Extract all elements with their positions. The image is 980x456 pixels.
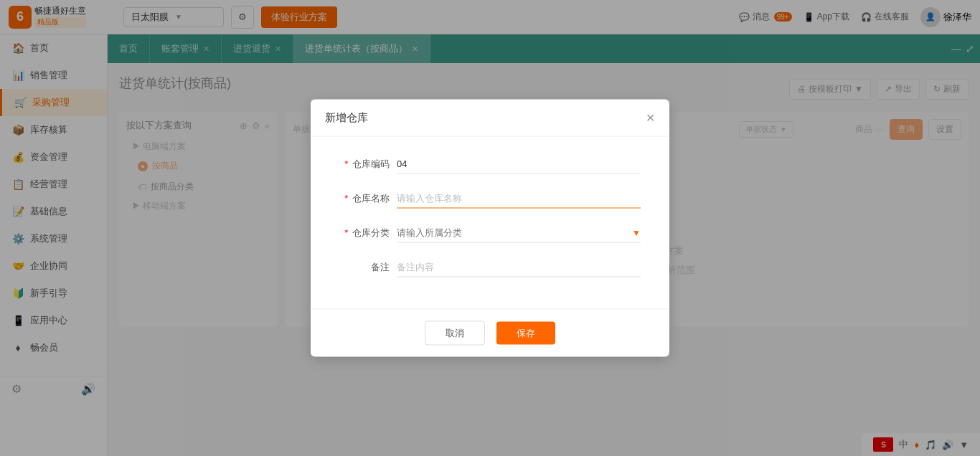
modal-footer: 取消 保存 [311, 309, 669, 357]
form-row-name: * 仓库名称 [339, 189, 641, 209]
warehouse-note-input[interactable] [397, 257, 641, 277]
form-row-code: * 仓库编码 [339, 154, 641, 174]
modal-header: 新增仓库 ✕ [311, 100, 669, 137]
save-button[interactable]: 保存 [496, 322, 555, 345]
warehouse-category-select[interactable]: ▼ [397, 223, 641, 243]
form-row-category: * 仓库分类 ▼ [339, 223, 641, 243]
note-label: 备注 [339, 261, 390, 274]
warehouse-name-input[interactable] [397, 189, 641, 209]
modal-close-button[interactable]: ✕ [646, 111, 655, 125]
warehouse-category-input[interactable] [397, 227, 632, 238]
modal-body: * 仓库编码 * 仓库名称 * 仓库分类 ▼ [311, 137, 669, 309]
code-label: * 仓库编码 [339, 158, 390, 171]
category-dropdown-icon: ▼ [632, 227, 641, 237]
form-row-note: 备注 [339, 257, 641, 277]
name-label: * 仓库名称 [339, 192, 390, 205]
warehouse-code-input[interactable] [397, 154, 641, 174]
cancel-button[interactable]: 取消 [425, 321, 485, 346]
new-warehouse-modal: 新增仓库 ✕ * 仓库编码 * 仓库名称 * 仓库分类 [311, 100, 669, 357]
category-label: * 仓库分类 [339, 227, 390, 239]
modal-title: 新增仓库 [325, 111, 368, 125]
